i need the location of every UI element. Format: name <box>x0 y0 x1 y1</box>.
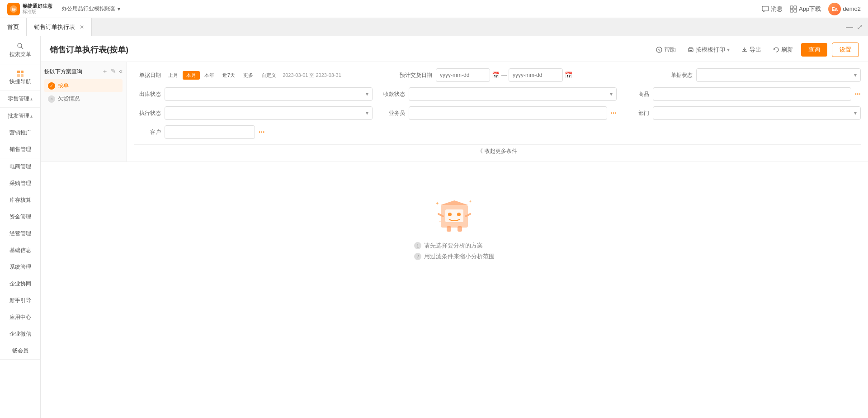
scheme-item-shortage[interactable]: ○ 欠货情况 <box>44 92 123 105</box>
payment-status-select[interactable]: ▾ <box>409 87 617 101</box>
customer-more-btn[interactable]: ··· <box>259 128 264 136</box>
username: demo2 <box>843 5 861 12</box>
out-status-select[interactable]: ▾ <box>165 87 373 101</box>
filter-row-1: 单据日期 上月 本月 本年 近7天 更多 自定义 2023-03-01 至 20… <box>134 68 861 82</box>
tab-sales-order[interactable]: 销售订单执行表 ✕ <box>27 18 92 36</box>
export-btn[interactable]: 导出 <box>738 44 765 56</box>
appcenter-label: 应用中心 <box>9 314 31 321</box>
exec-status-arrow: ▾ <box>366 110 368 116</box>
exec-status-select[interactable]: ▾ <box>165 106 373 120</box>
expected-start-calendar-icon[interactable]: 📅 <box>492 71 500 79</box>
sidebar-section-ecom: 电商管理 采购管理 库存核算 资金管理 经营管理 基础信息 系统管理 企业协同 <box>0 158 40 360</box>
user-action[interactable]: Ea demo2 <box>828 3 861 15</box>
sidebar-item-operation[interactable]: 经营管理 <box>0 225 40 242</box>
message-action[interactable]: 消息 <box>762 5 783 13</box>
svg-point-7 <box>18 43 22 48</box>
date-tab-lastmonth[interactable]: 上月 <box>165 71 182 80</box>
sidebar-item-appcenter[interactable]: 应用中心 <box>0 309 40 326</box>
svg-rect-9 <box>17 71 20 73</box>
collapse-scheme-btn[interactable]: « <box>119 67 123 76</box>
tab-close-icon[interactable]: ✕ <box>80 24 84 30</box>
tip-text-1: 请先选择要分析的方案 <box>424 242 483 250</box>
salesman-input[interactable] <box>409 106 607 120</box>
enterprise-label: 企业协同 <box>9 280 31 288</box>
sidebar-item-marketing[interactable]: 营销推广 <box>0 124 40 141</box>
out-status-field: 出库状态 ▾ <box>134 87 373 101</box>
export-icon <box>741 47 748 53</box>
scheme-item-order[interactable]: ✓ 按单 <box>44 79 123 92</box>
add-scheme-btn[interactable]: ＋ <box>102 67 108 76</box>
app-download-action[interactable]: App下载 <box>790 5 821 13</box>
status-select[interactable]: ▾ <box>696 68 861 82</box>
filter-left-header: 按以下方案查询 ＋ ✎ « <box>44 67 123 76</box>
tip-text-2: 用过滤条件来缩小分析范围 <box>424 252 495 261</box>
svg-rect-24 <box>458 226 462 232</box>
customer-input[interactable] <box>165 125 255 139</box>
edit-scheme-btn[interactable]: ✎ <box>111 67 116 76</box>
date-tab-more[interactable]: 更多 <box>240 71 257 80</box>
empty-tip-1: 1 请先选择要分析的方案 <box>414 242 495 250</box>
export-label: 导出 <box>750 46 761 54</box>
help-btn[interactable]: ? 帮助 <box>652 44 679 56</box>
app-download-label: App下载 <box>799 5 821 13</box>
goods-input[interactable] <box>653 87 851 101</box>
collapse-btn[interactable]: 《 收起更多条件 <box>134 144 861 158</box>
query-btn[interactable]: 查询 <box>801 43 827 57</box>
svg-text:好: 好 <box>11 7 16 12</box>
date-tab-7days[interactable]: 近7天 <box>219 71 239 80</box>
sidebar-item-ecom[interactable]: 电商管理 <box>0 158 40 175</box>
sidebar-item-sales[interactable]: 销售管理 <box>0 141 40 158</box>
payment-status-arrow: ▾ <box>610 91 613 97</box>
sidebar-item-inventory[interactable]: 库存核算 <box>0 192 40 209</box>
sidebar-item-newguide[interactable]: 新手引导 <box>0 292 40 309</box>
date-tab-custom[interactable]: 自定义 <box>258 71 280 80</box>
sidebar-item-quicknav[interactable]: 快捷导航 <box>0 65 40 90</box>
sidebar-item-purchase[interactable]: 采购管理 <box>0 175 40 192</box>
sidebar-item-wholesale[interactable]: 批发管理 ▴ <box>0 108 40 124</box>
filter-right: 单据日期 上月 本月 本年 近7天 更多 自定义 2023-03-01 至 20… <box>127 62 868 162</box>
breadcrumb[interactable]: 办公用品行业模拟账套 ▾ <box>61 5 120 13</box>
ecom-label: 电商管理 <box>9 163 31 171</box>
sidebar-item-enterprise[interactable]: 企业协同 <box>0 276 40 292</box>
expected-end-input[interactable] <box>509 68 563 82</box>
svg-rect-18 <box>445 209 463 222</box>
marketing-label: 营销推广 <box>9 129 31 137</box>
maximize-btn[interactable]: ⤢ <box>857 23 863 31</box>
sidebar-item-wechat[interactable]: 企业微信 <box>0 326 40 342</box>
expected-start-input[interactable] <box>436 68 490 82</box>
wholesale-label: 批发管理 <box>8 112 29 120</box>
search-menu-btn[interactable]: 搜索菜单 <box>4 41 37 60</box>
logo-text-main: 畅捷通好生意 <box>23 3 52 9</box>
basic-label: 基础信息 <box>9 247 31 254</box>
sidebar-section-retail: 零售管理 ▴ <box>0 90 40 108</box>
expected-date-label: 预计交货日期 <box>400 71 432 79</box>
date-tab-thisyear[interactable]: 本年 <box>201 71 218 80</box>
sidebar: 搜索菜单 快捷导航 零售管理 ▴ 批发管理 ▴ <box>0 36 41 418</box>
print-btn[interactable]: 按模板打印 ▾ <box>684 44 733 56</box>
date-tab-thismonth[interactable]: 本月 <box>183 71 200 80</box>
sidebar-item-member[interactable]: 畅会员 <box>0 342 40 359</box>
exec-status-field: 执行状态 ▾ <box>134 106 373 120</box>
expected-end-calendar-icon[interactable]: 📅 <box>565 71 572 79</box>
order-date-label: 单据日期 <box>134 71 161 79</box>
salesman-more-btn[interactable]: ··· <box>611 109 617 117</box>
minimize-btn[interactable]: — <box>846 23 853 31</box>
sales-label: 销售管理 <box>9 146 31 153</box>
sidebar-item-finance[interactable]: 资金管理 <box>0 209 40 225</box>
message-label: 消息 <box>771 5 783 13</box>
top-header: 好 畅捷通好生意 标准版 办公用品行业模拟账套 ▾ 消息 <box>0 0 868 18</box>
search-menu-label: 搜索菜单 <box>9 51 31 57</box>
status-label: 单据状态 <box>665 71 693 79</box>
sidebar-item-retail[interactable]: 零售管理 ▴ <box>0 90 40 107</box>
refresh-btn[interactable]: 刷新 <box>769 44 797 56</box>
department-select[interactable]: ▾ <box>653 106 861 120</box>
tip-num-1: 1 <box>414 242 421 249</box>
goods-more-btn[interactable]: ··· <box>855 90 861 98</box>
settings-btn[interactable]: 设置 <box>832 43 859 57</box>
logo-text-sub: 标准版 <box>23 9 52 14</box>
customer-label: 客户 <box>134 128 161 136</box>
svg-text:?: ? <box>658 48 660 52</box>
sidebar-item-system[interactable]: 系统管理 <box>0 259 40 276</box>
sidebar-item-basic[interactable]: 基础信息 <box>0 242 40 259</box>
tab-home[interactable]: 首页 <box>0 18 27 36</box>
